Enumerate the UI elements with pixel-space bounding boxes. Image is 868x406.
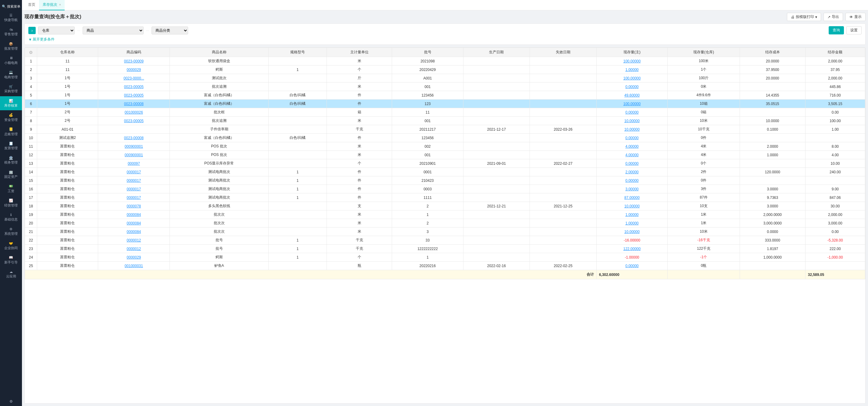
salary-icon: 💵	[1, 184, 21, 189]
cell-batch: 001	[392, 82, 463, 91]
settings-bottom[interactable]: ⚙	[0, 397, 22, 406]
sidebar-item-cloud[interactable]: ☁ 云应用	[0, 267, 22, 281]
cell-total-cost	[805, 262, 865, 270]
cell-qty-main: 10.00000	[596, 228, 668, 236]
cell-product-name: 测试电商批次	[170, 168, 269, 176]
warehouse-select[interactable]: 仓库	[38, 27, 75, 34]
cell-unit-cost: 3.0000	[740, 202, 805, 210]
cell-produce-date	[463, 168, 530, 176]
cell-qty-store: 0件	[668, 176, 740, 185]
settings-icon[interactable]: ⚙	[29, 50, 33, 55]
cell-batch: 20210901	[392, 159, 463, 168]
cell-spec: 白色/闷橘	[269, 134, 327, 142]
cell-warehouse: 11	[37, 57, 98, 66]
cell-warehouse: 菖蕾粕仓	[37, 194, 98, 202]
sidebar-item-purchase[interactable]: 🛒 采购管理	[0, 82, 22, 96]
cell-unit-cost: 333.0000	[740, 236, 805, 244]
category-select[interactable]: 商品分类	[152, 27, 188, 34]
cell-qty-store: 3件	[668, 185, 740, 194]
cell-total-cost: 30.00	[805, 202, 865, 210]
product-select[interactable]: 商品	[83, 27, 144, 34]
cell-unit-cost: 20.0000	[740, 74, 805, 82]
sidebar-item-collab[interactable]: 🤝 企业协同	[0, 239, 22, 253]
sidebar-item-guide[interactable]: 📖 新手引导	[0, 253, 22, 267]
cell-spec	[269, 82, 327, 91]
sidebar-item-info[interactable]: ℹ 基础信息	[0, 210, 22, 225]
expand-conditions[interactable]: ▼ 展开更多条件	[28, 37, 55, 42]
sidebar-item-operations[interactable]: 📈 经营管理	[0, 196, 22, 210]
display-button[interactable]: 👁 显示	[845, 13, 866, 21]
filter-nav-button[interactable]: ›	[28, 27, 36, 34]
cell-unit-cost: 14.4355	[740, 91, 805, 100]
cell-spec: 1	[269, 185, 327, 194]
cell-product-code: 0000017	[98, 194, 169, 202]
export-icon: ↗	[828, 15, 831, 19]
sidebar-item-wholesale[interactable]: 📦 批发管理	[0, 39, 22, 54]
tab-home[interactable]: 首页	[24, 0, 39, 10]
cell-expire-date	[530, 236, 596, 244]
cell-index: 18	[25, 202, 37, 210]
search-menu[interactable]: 🔍 搜索菜单	[0, 2, 22, 11]
cell-index: 9	[25, 125, 37, 134]
cell-product-code: 0000084	[98, 228, 169, 236]
export-button[interactable]: ↗ 导出	[824, 13, 843, 21]
sidebar-item-ledger[interactable]: 📒 总账管理	[0, 125, 22, 139]
sidebar-item-ecommerce[interactable]: 💻 电商管理	[0, 68, 22, 82]
col-batch: 批号	[392, 48, 463, 57]
cell-qty-store: 0件	[668, 134, 740, 142]
collab-icon: 🤝	[1, 241, 21, 246]
cell-expire-date	[530, 66, 596, 74]
main-area: 首页 库存批次 × 现存量查询(按仓库＋批次) 🖨 按模版打印 ▾ ↗ 导出	[22, 0, 868, 406]
table-row: 16 菖蕾粕仓 0000017 测试电商批次 1 件 0003 3.00000 …	[25, 185, 865, 194]
col-qty-store: 现存量(仓库)	[668, 48, 740, 57]
invoice-icon: 🧾	[1, 141, 21, 146]
settings-filter-button[interactable]: 设置	[846, 26, 862, 34]
cell-expire-date	[530, 168, 596, 176]
cell-qty-main: 0.00000	[596, 176, 668, 185]
tab-close-icon[interactable]: ×	[59, 3, 61, 6]
sidebar-item-nav[interactable]: ☰ 快捷导航	[0, 11, 22, 25]
sidebar-item-finance[interactable]: 💰 资金管理	[0, 110, 22, 125]
cell-index: 17	[25, 194, 37, 202]
cell-unit: 件	[327, 134, 392, 142]
sidebar-item-salary[interactable]: 💵 工资	[0, 181, 22, 196]
cell-product-name: 富减（白色/闷橘）	[170, 100, 269, 108]
cell-index: 2	[25, 66, 37, 74]
table-row: 24 菖蕾粕仓 0000029 鳄斯 1 个 1 -1.00000 -1个 1,…	[25, 253, 865, 262]
cell-total-cost: 716.00	[805, 91, 865, 100]
tab-inventory-batch[interactable]: 库存批次 ×	[39, 0, 65, 10]
cell-product-code: 0000078	[98, 202, 169, 210]
cell-produce-date: 2021-12-17	[463, 125, 530, 134]
sidebar-item-tax[interactable]: 🏦 税务管理	[0, 153, 22, 168]
chevron-down-icon: ▾	[815, 15, 817, 19]
table-row: 19 菖蕾粕仓 0000084 批次次 米 1 1.00000 1米 2,000…	[25, 210, 865, 219]
cell-produce-date	[463, 176, 530, 185]
table-row: 18 菖蕾粕仓 0000078 多头黑色软线 支 2 2021-12-21 20…	[25, 202, 865, 210]
cell-qty-store: 0箱	[668, 108, 740, 117]
sidebar-item-ecommerce-small[interactable]: 🖥 小额电商	[0, 53, 22, 68]
cell-spec: 1	[269, 176, 327, 185]
cell-batch: 2021098	[392, 57, 463, 66]
cell-product-name: POS 批次	[170, 142, 269, 151]
sidebar-item-system[interactable]: ⚙ 系统管理	[0, 225, 22, 239]
sidebar-item-retail[interactable]: 🛍 零售管理	[0, 25, 22, 39]
cell-produce-date: 2021-12-21	[463, 202, 530, 210]
sidebar-item-invoice[interactable]: 🧾 发票管理	[0, 139, 22, 153]
cell-product-name: POS显示库存异常	[170, 159, 269, 168]
cell-qty-main: 0.00000	[596, 82, 668, 91]
cell-unit-cost: 10.0000	[740, 117, 805, 125]
cell-unit-cost	[740, 108, 805, 117]
cell-product-code: 0023-0000...	[98, 74, 169, 82]
cell-spec: 1	[269, 168, 327, 176]
print-button[interactable]: 🖨 按模版打印 ▾	[787, 13, 821, 21]
table-row: 6 1号 0023-00008 富减（白色/闷橘） 白色/闷橘 件 123 10…	[25, 100, 865, 108]
cell-index: 7	[25, 108, 37, 117]
cell-produce-date	[463, 185, 530, 194]
cell-unit-cost: 35.0515	[740, 100, 805, 108]
cell-warehouse: 菖蕾粕仓	[37, 253, 98, 262]
sidebar-item-inventory[interactable]: 📊 库存核算	[0, 96, 22, 110]
cell-qty-store: 1个	[668, 66, 740, 74]
filter-bar: › 仓库 ··· 商品 ··· 商品分类 查询 设置	[24, 24, 866, 45]
search-button[interactable]: 查询	[829, 26, 844, 34]
sidebar-item-assets[interactable]: 🏢 固定资产	[0, 168, 22, 182]
